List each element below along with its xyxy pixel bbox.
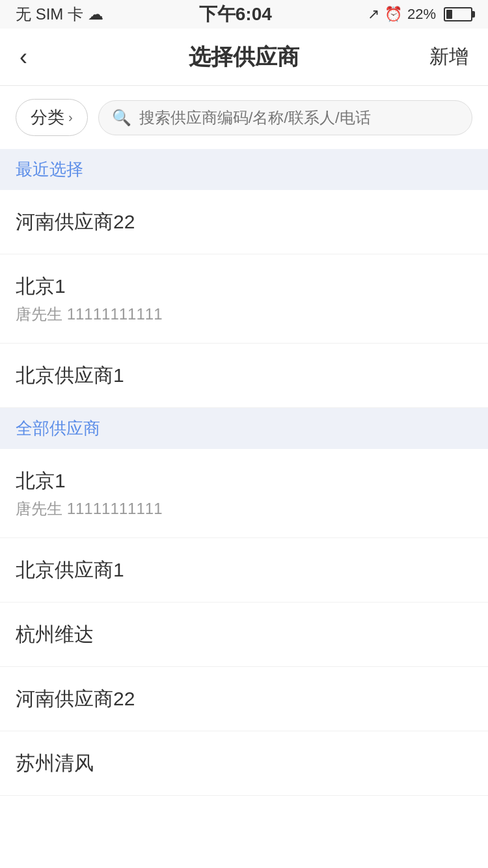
search-input[interactable]: [139, 109, 459, 127]
list-item[interactable]: 北京供应商1: [0, 344, 488, 408]
item-name: 北京供应商1: [16, 556, 472, 584]
item-sub: 唐先生 11111111111: [16, 304, 472, 325]
chevron-right-icon: ›: [68, 110, 73, 125]
battery-percent: 22%: [407, 6, 436, 23]
back-button[interactable]: ‹: [20, 44, 59, 71]
category-button[interactable]: 分类 ›: [16, 99, 88, 136]
page-title: 选择供应商: [189, 42, 299, 72]
list-item[interactable]: 河南供应商22: [0, 667, 488, 731]
status-time: 下午6:04: [199, 2, 272, 27]
recent-items-list: 河南供应商22北京1唐先生 11111111111北京供应商1: [0, 190, 488, 408]
category-label: 分类: [31, 106, 64, 129]
list-item[interactable]: 北京供应商1: [0, 538, 488, 603]
alarm-icon: ⏰: [385, 6, 402, 23]
item-name: 北京供应商1: [16, 362, 472, 389]
battery-icon: [444, 7, 472, 21]
location-icon: ↗: [368, 6, 379, 23]
add-button[interactable]: 新增: [429, 44, 468, 70]
search-box: 🔍: [98, 100, 472, 135]
list-item[interactable]: 苏州清风: [0, 731, 488, 796]
nav-bar: ‹ 选择供应商 新增: [0, 29, 488, 86]
item-name: 杭州维达: [16, 621, 472, 648]
item-name: 苏州清风: [16, 750, 472, 777]
list-item[interactable]: 北京1唐先生 11111111111: [0, 254, 488, 344]
list-item[interactable]: 杭州维达: [0, 603, 488, 667]
item-name: 河南供应商22: [16, 208, 472, 236]
status-left: 无 SIM 卡 ☁: [16, 4, 103, 25]
list-item[interactable]: 河南供应商22: [0, 190, 488, 254]
item-name: 河南供应商22: [16, 685, 472, 712]
item-name: 北京1: [16, 273, 472, 300]
status-bar: 无 SIM 卡 ☁ 下午6:04 ↗ ⏰ 22%: [0, 0, 488, 29]
sim-status: 无 SIM 卡 ☁: [16, 4, 103, 25]
status-right: ↗ ⏰ 22%: [368, 6, 472, 23]
search-icon: 🔍: [112, 109, 131, 127]
item-name: 北京1: [16, 467, 472, 495]
recent-section-header: 最近选择: [0, 149, 488, 190]
search-area: 分类 › 🔍: [0, 86, 488, 149]
item-sub: 唐先生 11111111111: [16, 498, 472, 519]
list-item[interactable]: 北京1唐先生 11111111111: [0, 449, 488, 538]
all-items-list: 北京1唐先生 11111111111北京供应商1杭州维达河南供应商22苏州清风: [0, 449, 488, 796]
all-section-header: 全部供应商: [0, 408, 488, 449]
